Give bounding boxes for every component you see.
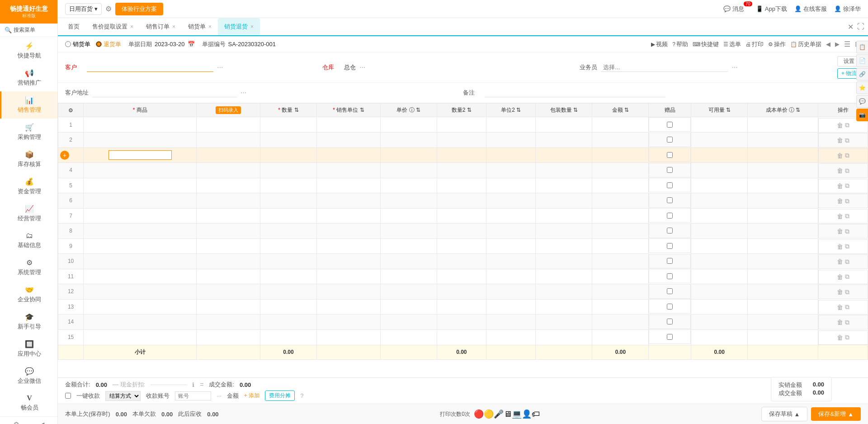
pack-qty-cell-13[interactable] — [536, 299, 592, 314]
qty2-cell-7[interactable] — [437, 208, 486, 224]
sidebar-collapse-btn[interactable]: ◀ — [39, 420, 44, 424]
pack-qty-cell-6[interactable] — [536, 193, 592, 209]
unit-cell-4[interactable] — [316, 163, 380, 178]
delete-btn-14[interactable]: 🗑 — [837, 319, 843, 326]
product-cell-14[interactable] — [84, 314, 197, 330]
add-row-btn[interactable]: + — [60, 151, 69, 160]
product-cell-5[interactable] — [84, 178, 197, 193]
tab-sale-order[interactable]: 销售订单 × — [140, 18, 182, 36]
right-panel-btn-3[interactable]: 🔗 — [856, 68, 868, 81]
gift-checkbox-1[interactable] — [667, 122, 673, 128]
online-service-btn[interactable]: 👤 在线客服 — [794, 5, 827, 13]
qty2-cell-4[interactable] — [437, 163, 486, 178]
qty-cell-6[interactable] — [260, 193, 316, 209]
qty-cell-7[interactable] — [260, 208, 316, 224]
product-cell-7[interactable] — [84, 208, 197, 224]
radio-return-input[interactable] — [96, 41, 102, 47]
qty2-cell-1[interactable] — [437, 117, 486, 133]
copy-btn-5[interactable]: ⧉ — [845, 182, 849, 190]
add-btn[interactable]: + 添加 — [244, 392, 259, 400]
right-panel-btn-2[interactable]: 📄 — [856, 54, 868, 67]
qty2-cell-15[interactable] — [437, 329, 486, 345]
pack-qty-cell-1[interactable] — [536, 117, 592, 133]
product-cell-3[interactable] — [84, 148, 197, 163]
unit-price-cell-7[interactable] — [380, 208, 437, 224]
unit2-cell-6[interactable] — [486, 193, 536, 209]
pack-qty-cell-10[interactable] — [536, 254, 592, 269]
discount-input[interactable] — [151, 385, 187, 385]
delete-btn-7[interactable]: 🗑 — [837, 213, 843, 220]
qty2-cell-5[interactable] — [437, 178, 486, 193]
tab-home[interactable]: 首页 — [61, 18, 86, 36]
history-btn[interactable]: 📋 历史单据 — [790, 40, 821, 48]
amount-cell-9[interactable] — [592, 238, 649, 254]
unit-price-cell-12[interactable] — [380, 284, 437, 300]
product-cell-13[interactable] — [84, 299, 197, 314]
user-profile-btn[interactable]: 👤 徐泽华 — [834, 5, 861, 13]
copy-btn-10[interactable]: ⧉ — [845, 258, 849, 266]
qty2-cell-10[interactable] — [437, 254, 486, 269]
sidebar-item-yingyong[interactable]: 🔲 应用中心 — [0, 335, 57, 362]
qty-cell-11[interactable] — [260, 269, 316, 284]
right-panel-btn-5[interactable]: 💬 — [856, 95, 868, 108]
unit2-cell-14[interactable] — [486, 314, 536, 330]
qty2-cell-8[interactable] — [437, 224, 486, 239]
next-btn[interactable]: ▶ — [835, 41, 840, 48]
unit-price-cell-15[interactable] — [380, 329, 437, 345]
unit-price-cell-6[interactable] — [380, 193, 437, 209]
shortcut-btn[interactable]: ⌨ 快捷键 — [693, 40, 719, 48]
sidebar-item-kucun[interactable]: 📦 库存核算 — [0, 146, 57, 173]
right-panel-btn-1[interactable]: 📋 — [856, 41, 868, 53]
qty2-cell-3[interactable] — [437, 148, 486, 163]
qty-cell-15[interactable] — [260, 329, 316, 345]
gift-checkbox-14[interactable] — [667, 319, 673, 324]
copy-btn-12[interactable]: ⧉ — [845, 288, 849, 296]
gift-checkbox-4[interactable] — [667, 167, 673, 173]
delete-btn-13[interactable]: 🗑 — [837, 304, 843, 311]
sidebar-item-jingying[interactable]: 📈 经营管理 — [0, 200, 57, 227]
delete-btn-3[interactable]: 🗑 — [837, 152, 843, 159]
unit-cell-5[interactable] — [316, 178, 380, 193]
settlement-method-select[interactable]: 结算方式 — [105, 391, 141, 401]
unit2-cell-9[interactable] — [486, 238, 536, 254]
sidebar-item-huiyuan[interactable]: V 畅会员 — [0, 390, 57, 416]
qty-cell-5[interactable] — [260, 178, 316, 193]
pack-qty-cell-5[interactable] — [536, 178, 592, 193]
tab-sale-return[interactable]: 销货退货 × — [218, 18, 260, 36]
sidebar-item-weixin[interactable]: 💬 企业微信 — [0, 362, 57, 390]
qty2-cell-12[interactable] — [437, 284, 486, 300]
sidebar-item-xitong[interactable]: ⚙ 系统管理 — [0, 254, 57, 281]
gift-checkbox-2[interactable] — [667, 137, 673, 143]
qty-cell-10[interactable] — [260, 254, 316, 269]
unit-cell-8[interactable] — [316, 224, 380, 239]
unit2-cell-11[interactable] — [486, 269, 536, 284]
pack-qty-cell-12[interactable] — [536, 284, 592, 300]
qty-cell-1[interactable] — [260, 117, 316, 133]
unit-price-cell-8[interactable] — [380, 224, 437, 239]
sidebar-item-xiaoshou[interactable]: 📊 销售管理 — [0, 91, 57, 119]
delete-btn-2[interactable]: 🗑 — [837, 137, 843, 144]
product-cell-12[interactable] — [84, 284, 197, 300]
product-cell-1[interactable] — [84, 117, 197, 133]
unit-price-cell-1[interactable] — [380, 117, 437, 133]
salesperson-dots-btn[interactable]: ··· — [731, 63, 737, 71]
unit-cell-2[interactable] — [316, 133, 380, 148]
copy-btn-11[interactable]: ⧉ — [845, 273, 849, 281]
unit-cell-7[interactable] — [316, 208, 380, 224]
unit-cell-13[interactable] — [316, 299, 380, 314]
pack-qty-cell-4[interactable] — [536, 163, 592, 178]
address-input[interactable] — [92, 88, 237, 97]
qty-cell-12[interactable] — [260, 284, 316, 300]
pack-qty-cell-8[interactable] — [536, 224, 592, 239]
tab-sale-out[interactable]: 销货单 × — [182, 18, 218, 36]
unit-cell-1[interactable] — [316, 117, 380, 133]
delete-btn-8[interactable]: 🗑 — [837, 228, 843, 235]
delete-btn-4[interactable]: 🗑 — [837, 167, 843, 174]
qty-cell-2[interactable] — [260, 133, 316, 148]
amount-cell-3[interactable] — [592, 148, 649, 163]
copy-btn-9[interactable]: ⧉ — [845, 243, 849, 250]
view-list-btn[interactable]: ☰ — [844, 40, 850, 48]
qty-cell-8[interactable] — [260, 224, 316, 239]
account-dots-btn[interactable]: ··· — [217, 392, 222, 399]
delete-btn-1[interactable]: 🗑 — [837, 122, 843, 129]
